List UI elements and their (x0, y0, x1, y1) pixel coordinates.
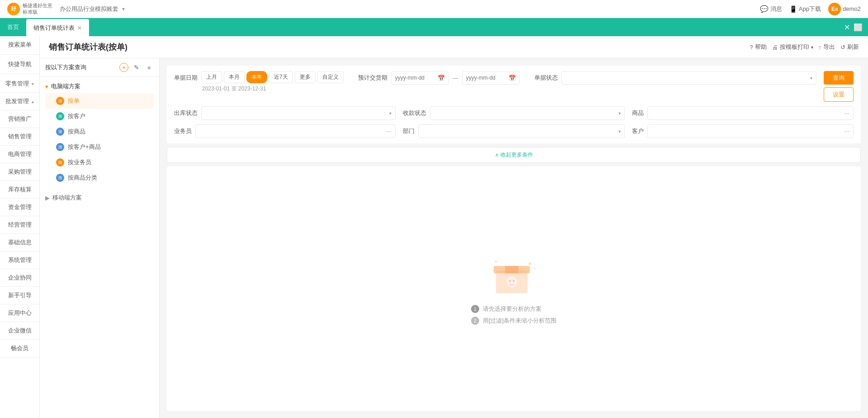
svg-rect-2 (505, 266, 519, 273)
delivery-label: 出库状态 (174, 109, 198, 117)
sidebar-item-inventory[interactable]: 库存核算 (0, 181, 39, 199)
top-bar-right: 💬 消息 📱 App下载 Ea demo2 (760, 3, 861, 15)
logo-area: 好 畅捷通好生意 标准版 (7, 3, 52, 15)
collapse-btn[interactable]: ∧ 收起更多条件 (167, 147, 861, 163)
customer-input[interactable]: ··· (647, 124, 854, 138)
content-area: 销售订单统计表(按单) ? 帮助 🖨 按模板打印 ▾ ↑ 导出 ↺ 刷新 (40, 36, 868, 418)
print-btn[interactable]: 🖨 按模板打印 ▾ (772, 43, 813, 51)
collapse-panel-btn[interactable]: « (145, 63, 154, 72)
hint-text-2: 用[过滤]条件来缩小分析范围 (483, 317, 557, 325)
export-btn[interactable]: ↑ 导出 (819, 43, 835, 51)
mobile-collapse-icon: ▶ (45, 195, 50, 201)
message-btn[interactable]: 💬 消息 (760, 5, 782, 13)
sidebar-item-basic[interactable]: 基础信息 (0, 234, 39, 252)
edit-scheme-btn[interactable]: ✎ (132, 63, 141, 72)
tab-home[interactable]: 首页 (0, 18, 26, 36)
salesperson-dots-icon[interactable]: ··· (387, 128, 392, 135)
scheme-icon-by-customer: 按 (56, 112, 64, 120)
user-area[interactable]: Ea demo2 (828, 3, 861, 15)
date-btn-custom[interactable]: 自定义 (317, 71, 344, 83)
date-btn-7days[interactable]: 近7天 (269, 71, 293, 83)
app-download-btn[interactable]: 📱 App下载 (789, 5, 821, 13)
collection-status-select[interactable]: ▾ (430, 106, 624, 120)
goods-input[interactable]: ··· (647, 106, 854, 120)
goods-label: 商品 (632, 109, 644, 117)
help-btn[interactable]: ? 帮助 (750, 43, 766, 51)
expected-date-end-input[interactable] (466, 75, 507, 81)
date-btn-this-month[interactable]: 本月 (224, 71, 245, 83)
maximize-icon[interactable]: ⬜ (854, 23, 863, 32)
goods-dots-icon[interactable]: ··· (844, 109, 849, 117)
single-date-label: 单据日期 (174, 71, 198, 82)
scheme-item-by-product[interactable]: 按 按商品 (45, 124, 154, 139)
scheme-icon-by-customer-product: 按 (56, 143, 64, 151)
sidebar-item-system[interactable]: 系统管理 (0, 252, 39, 269)
sidebar-item-wechat[interactable]: 企业微信 (0, 322, 39, 340)
sidebar-item-sales[interactable]: 销售管理 (0, 128, 39, 146)
sidebar-item-ecom-label: 电商管理 (8, 150, 32, 158)
desktop-group-label: 电脑端方案 (51, 82, 80, 90)
scheme-item-by-customer[interactable]: 按 按客户 (45, 109, 154, 124)
sidebar-item-member[interactable]: 畅会员 (0, 340, 39, 357)
sidebar-item-retail[interactable]: 零售管理 ▾ (0, 75, 39, 93)
sidebar-item-retail-label: 零售管理 (5, 80, 29, 88)
department-select[interactable]: ▾ (418, 124, 624, 138)
svg-point-3 (506, 276, 517, 287)
sidebar-item-appcenter[interactable]: 应用中心 (0, 304, 39, 322)
quick-nav[interactable]: 快捷导航 (0, 56, 39, 73)
scheme-label-by-customer: 按客户 (68, 112, 85, 120)
department-label: 部门 (403, 127, 415, 135)
scheme-item-by-salesperson[interactable]: 按 按业务员 (45, 155, 154, 170)
scheme-item-by-order[interactable]: 按 按单 (45, 93, 154, 109)
scheme-group-header-desktop[interactable]: ▾ 电脑端方案 (45, 80, 154, 93)
username: demo2 (843, 5, 861, 12)
sidebar-item-ops[interactable]: 经营管理 (0, 216, 39, 234)
help-icon: ? (750, 44, 753, 51)
filter-row-2: 出库状态 ▾ 收款状态 ▾ (174, 106, 854, 120)
scheme-item-by-customer-product[interactable]: 按 按客户+商品 (45, 139, 154, 155)
left-panel-title: 按以下方案查询 (45, 63, 86, 71)
tab-sales-stats[interactable]: 销售订单统计表 ✕ (26, 19, 89, 37)
expected-date-start-input[interactable] (395, 75, 436, 81)
print-arrow-icon: ▾ (811, 45, 813, 50)
sidebar-item-ecom[interactable]: 电商管理 (0, 146, 39, 163)
add-scheme-btn[interactable]: + (119, 63, 128, 72)
expected-date-start[interactable]: 📅 (391, 71, 449, 85)
query-button[interactable]: 查询 (824, 71, 854, 85)
sidebar-item-enterprise[interactable]: 企业协同 (0, 269, 39, 287)
sidebar-item-wholesale[interactable]: 批发管理 ▴ (0, 93, 39, 110)
mobile-group-header[interactable]: ▶ 移动端方案 (45, 191, 154, 204)
sidebar-item-purchase[interactable]: 采购管理 (0, 163, 39, 181)
left-panel-header: 按以下方案查询 + ✎ « (40, 58, 159, 77)
empty-hints: 1 请先选择要分析的方案 2 用[过滤]条件来缩小分析范围 (471, 305, 557, 325)
top-title: 办公用品行业模拟账套 (60, 5, 118, 13)
expected-date-end[interactable]: 📅 (462, 71, 520, 85)
empty-svg (487, 252, 541, 298)
delivery-status-arrow-icon: ▾ (389, 111, 392, 116)
logo-text: 畅捷通好生意 标准版 (23, 3, 52, 14)
sidebar-item-marketing[interactable]: 营销推广 (0, 110, 39, 128)
delivery-status-select[interactable]: ▾ (201, 106, 396, 120)
scheme-item-by-category[interactable]: 按 按商品分类 (45, 170, 154, 185)
single-status-arrow-icon: ▾ (810, 76, 812, 81)
sidebar-item-newbie[interactable]: 新手引导 (0, 287, 39, 304)
filter-row-1: 单据日期 上月 本月 本年 近7天 更多 自定义 20 (174, 71, 854, 102)
sidebar-item-member-label: 畅会员 (11, 344, 28, 352)
scheme-label-by-order: 按单 (68, 97, 80, 105)
scheme-icon-by-salesperson: 按 (56, 158, 64, 166)
settings-button[interactable]: 设置 (824, 87, 854, 102)
single-status-select[interactable]: ▾ (561, 71, 816, 85)
date-btn-last-month[interactable]: 上月 (201, 71, 222, 83)
customer-dots-icon[interactable]: ··· (844, 128, 849, 135)
top-title-arrow[interactable]: ▾ (122, 6, 125, 12)
refresh-btn[interactable]: ↺ 刷新 (840, 43, 859, 51)
search-menu[interactable]: 搜索菜单 (0, 36, 39, 53)
tab-close-icon[interactable]: ✕ (77, 25, 82, 31)
download-icon: 📱 (789, 5, 797, 13)
date-btn-more[interactable]: 更多 (295, 71, 316, 83)
date-btn-this-year[interactable]: 本年 (246, 71, 267, 83)
minimize-icon[interactable]: ✕ (844, 23, 850, 32)
cal-icon-end: 📅 (509, 75, 516, 81)
sidebar-item-finance[interactable]: 资金管理 (0, 199, 39, 216)
salesperson-input[interactable]: ··· (195, 124, 396, 138)
